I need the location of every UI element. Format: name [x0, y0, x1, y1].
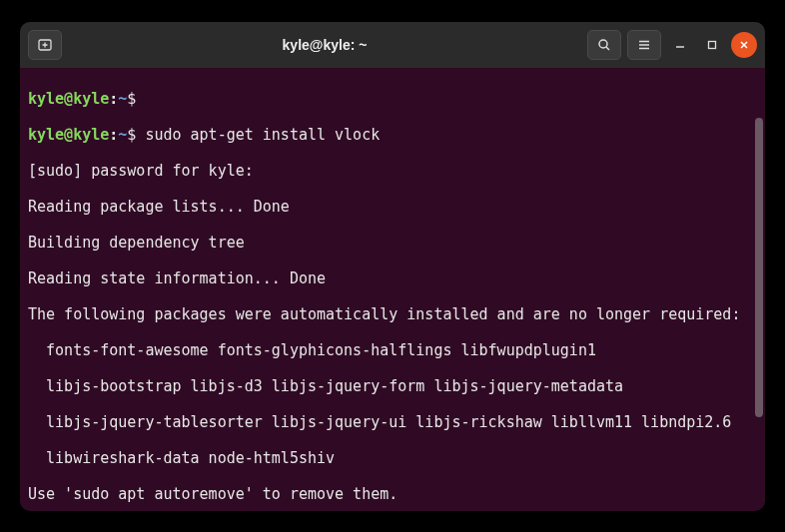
- prompt-path: ~: [118, 90, 127, 108]
- prompt-line: kyle@kyle:~$: [28, 90, 757, 108]
- output-line: The following packages were automaticall…: [28, 305, 757, 323]
- prompt-line: kyle@kyle:~$ sudo apt-get install vlock: [28, 126, 757, 144]
- prompt-user: kyle@kyle: [28, 126, 109, 144]
- search-button[interactable]: [587, 30, 621, 60]
- terminal-body[interactable]: kyle@kyle:~$ kyle@kyle:~$ sudo apt-get i…: [20, 68, 765, 511]
- minimize-button[interactable]: [667, 32, 693, 58]
- minimize-icon: [675, 40, 685, 50]
- window-title: kyle@kyle: ~: [68, 37, 581, 53]
- close-icon: [739, 40, 749, 50]
- output-line: libwireshark-data node-html5shiv: [28, 449, 757, 467]
- hamburger-icon: [636, 37, 652, 53]
- output-line: Reading package lists... Done: [28, 198, 757, 216]
- maximize-icon: [707, 40, 717, 50]
- search-icon: [596, 37, 612, 53]
- output-line: libjs-jquery-tablesorter libjs-jquery-ui…: [28, 413, 757, 431]
- terminal-window: kyle@kyle: ~ kyle@kyle:~$ kyle@kyle:~$ s…: [20, 22, 765, 511]
- prompt-colon: :: [109, 90, 118, 108]
- svg-line-4: [606, 47, 609, 50]
- new-tab-button[interactable]: [28, 30, 62, 60]
- maximize-button[interactable]: [699, 32, 725, 58]
- svg-rect-9: [709, 42, 716, 49]
- prompt-user: kyle@kyle: [28, 90, 109, 108]
- command-text: sudo apt-get install vlock: [136, 126, 380, 144]
- prompt-path: ~: [118, 126, 127, 144]
- titlebar: kyle@kyle: ~: [20, 22, 765, 68]
- svg-point-3: [599, 40, 607, 48]
- prompt-colon: :: [109, 126, 118, 144]
- output-line: Building dependency tree: [28, 234, 757, 252]
- output-line: libjs-bootstrap libjs-d3 libjs-jquery-fo…: [28, 377, 757, 395]
- output-line: Reading state information... Done: [28, 269, 757, 287]
- close-button[interactable]: [731, 32, 757, 58]
- new-tab-icon: [37, 37, 53, 53]
- output-line: Use 'sudo apt autoremove' to remove them…: [28, 485, 757, 503]
- output-line: [sudo] password for kyle:: [28, 162, 757, 180]
- menu-button[interactable]: [627, 30, 661, 60]
- output-line: fonts-font-awesome fonts-glyphicons-half…: [28, 341, 757, 359]
- command-text: [136, 90, 145, 108]
- scrollbar[interactable]: [755, 118, 763, 417]
